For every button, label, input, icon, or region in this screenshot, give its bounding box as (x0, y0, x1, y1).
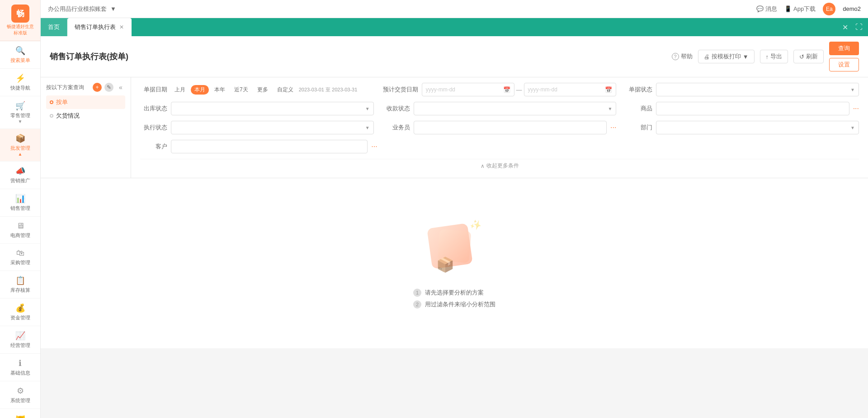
filter-field-salesperson: 业务员 ··· (383, 121, 617, 134)
department-select[interactable]: ▼ (656, 121, 859, 134)
collapse-more-conditions[interactable]: ∧ 收起更多条件 (140, 159, 859, 172)
tab-close-icon[interactable]: ✕ (119, 24, 124, 30)
ecommerce-icon: 🖥 (16, 221, 24, 231)
quick-nav-icon: ⚡ (15, 73, 25, 83)
refresh-button[interactable]: ↺ 刷新 (793, 50, 824, 63)
collapse-scheme-button[interactable]: « (116, 83, 125, 92)
logo-icon: 畅 (11, 5, 29, 23)
page-header: 销售订单执行表(按单) ? 帮助 🖨 按模板打印 ▼ ↑ 导出 ↺ 刷新 (41, 36, 868, 77)
payment-dropdown-icon: ▼ (608, 106, 612, 111)
sidebar-item-purchase[interactable]: 🛍 采购管理 (0, 244, 40, 271)
inactive-dot-icon (50, 114, 53, 118)
sidebar-item-quick-nav[interactable]: ⚡ 快捷导航 (0, 69, 40, 96)
avatar[interactable]: Ea (823, 3, 835, 15)
help-action[interactable]: ? 帮助 (672, 52, 693, 61)
filter-menu-by-debt[interactable]: 欠货情况 (46, 109, 125, 123)
department-dropdown-icon: ▼ (850, 125, 855, 130)
sidebar-item-operations[interactable]: 📈 经营管理 (0, 326, 40, 354)
hint-num-1: 1 (413, 289, 421, 297)
sidebar-item-marketing[interactable]: 📣 营销推广 (0, 162, 40, 189)
salesperson-label: 业务员 (383, 124, 410, 132)
settings-button[interactable]: 设置 (829, 58, 859, 71)
sidebar-item-inventory[interactable]: 📋 库存核算 (0, 271, 40, 299)
edit-scheme-button[interactable]: ✎ (104, 83, 113, 92)
sidebar-item-sales[interactable]: 📊 销售管理 (0, 189, 40, 217)
sidebar-item-system[interactable]: ⚙ 系统管理 (0, 381, 40, 409)
topbar-dropdown[interactable]: ▼ (110, 5, 116, 12)
template-dropdown-icon: ▼ (743, 53, 749, 60)
filter-field-product: 商品 ··· (625, 102, 859, 115)
collapse-text: 收起更多条件 (486, 162, 519, 170)
department-label: 部门 (625, 124, 652, 132)
salesperson-input[interactable] (414, 121, 607, 134)
query-button[interactable]: 查询 (829, 42, 859, 55)
sidebar-item-wholesale[interactable]: 📦 批发管理 ▲ (0, 129, 40, 162)
enterprise-icon: 🤝 (15, 413, 25, 418)
customer-more-icon[interactable]: ··· (371, 142, 377, 151)
page-title: 销售订单执行表(按单) (50, 51, 128, 62)
retail-icon: 🛒 (15, 101, 25, 111)
date-tag-7days[interactable]: 近7天 (231, 85, 252, 95)
filter-right: 单据日期 上月 本月 本年 近7天 更多 自定义 2023-03-01 至 20… (131, 77, 868, 178)
execution-status-select[interactable]: ▼ (171, 121, 374, 134)
filter-field-department: 部门 ▼ (625, 121, 859, 134)
topbar-left: 办公用品行业模拟账套 ▼ (48, 5, 116, 13)
empty-text: 1 请先选择要分析的方案 2 用过滤条件来缩小分析范围 (413, 289, 495, 312)
sidebar-item-finance[interactable]: 💰 资金管理 (0, 299, 40, 326)
filter-menu-by-order[interactable]: 按单 (46, 95, 125, 109)
app-download-action[interactable]: 📱 App下载 (784, 5, 816, 13)
date-tag-prev[interactable]: 上月 (171, 85, 189, 95)
product-label: 商品 (625, 104, 652, 113)
empty-hint-2: 2 用过滤条件来缩小分析范围 (413, 300, 495, 309)
empty-box-icon: 📦 (436, 256, 454, 273)
execution-dropdown-icon: ▼ (365, 125, 370, 130)
printer-icon: 🖨 (704, 53, 710, 60)
date-tag-current[interactable]: 本月 (191, 85, 209, 95)
date-tag-year[interactable]: 本年 (211, 85, 229, 95)
tab-close-all-button[interactable]: ✕ (840, 21, 850, 33)
filter-field-date: 单据日期 上月 本月 本年 近7天 更多 自定义 2023-03-01 至 20… (140, 85, 374, 95)
main-content: 办公用品行业模拟账套 ▼ 💬 消息 📱 App下载 Ea demo2 首页 销售… (41, 0, 868, 418)
filter-field-order-status: 单据状态 ▼ (625, 83, 859, 96)
filter-field-expected-date: 预计交货日期 yyyy-mm-dd 📅 — yyyy-mm-dd 📅 (383, 83, 617, 96)
basic-icon: ℹ (19, 358, 22, 368)
tab-home[interactable]: 首页 (41, 18, 67, 36)
delivery-status-label: 出库状态 (140, 104, 167, 113)
template-print-button[interactable]: 🖨 按模板打印 ▼ (698, 50, 755, 63)
salesperson-more-icon[interactable]: ··· (610, 124, 616, 132)
product-more-icon[interactable]: ··· (853, 104, 859, 113)
add-scheme-button[interactable]: + (93, 83, 102, 92)
export-icon: ↑ (766, 53, 769, 60)
hint-num-2: 2 (413, 300, 421, 309)
export-button[interactable]: ↑ 导出 (760, 50, 788, 63)
tab-sales-order[interactable]: 销售订单执行表 ✕ (67, 18, 132, 36)
sidebar: 畅 畅捷通好生意标准版 🔍 搜索菜单 ⚡ 快捷导航 🛒 零售管理 ▼ 📦 批发管… (0, 0, 41, 418)
active-dot-icon (50, 100, 53, 104)
order-status-select[interactable]: ▼ (656, 83, 859, 96)
page-actions: ? 帮助 🖨 按模板打印 ▼ ↑ 导出 ↺ 刷新 查询 (672, 42, 859, 71)
payment-status-label: 收款状态 (383, 104, 410, 113)
date-tag-more[interactable]: 更多 (254, 85, 272, 95)
sidebar-item-ecommerce[interactable]: 🖥 电商管理 (0, 217, 40, 244)
help-label: 帮助 (681, 52, 693, 61)
sidebar-item-search[interactable]: 🔍 搜索菜单 (0, 41, 40, 69)
search-icon: 🔍 (15, 46, 25, 56)
product-input[interactable] (656, 102, 849, 115)
tab-sales-order-label: 销售订单执行表 (75, 23, 116, 31)
customer-input[interactable] (171, 140, 368, 153)
sidebar-item-basic[interactable]: ℹ 基础信息 (0, 354, 40, 381)
calendar-icon-end: 📅 (605, 86, 612, 93)
message-action[interactable]: 💬 消息 (756, 5, 777, 13)
username[interactable]: demo2 (843, 5, 861, 12)
expected-date-end[interactable]: yyyy-mm-dd 📅 (524, 83, 617, 96)
date-tag-custom[interactable]: 自定义 (274, 85, 297, 95)
tab-fullscreen-button[interactable]: ⛶ (854, 21, 864, 33)
logo-text: 畅捷通好生意标准版 (7, 24, 34, 36)
filter-left-actions: + ✎ « (93, 83, 125, 92)
filter-row-1: 单据日期 上月 本月 本年 近7天 更多 自定义 2023-03-01 至 20… (140, 83, 859, 96)
sidebar-item-enterprise[interactable]: 🤝 企业协同 (0, 409, 40, 418)
delivery-status-select[interactable]: ▼ (171, 102, 374, 115)
expected-date-start[interactable]: yyyy-mm-dd 📅 (422, 83, 514, 96)
payment-status-select[interactable]: ▼ (414, 102, 617, 115)
sidebar-item-retail[interactable]: 🛒 零售管理 ▼ (0, 96, 40, 129)
